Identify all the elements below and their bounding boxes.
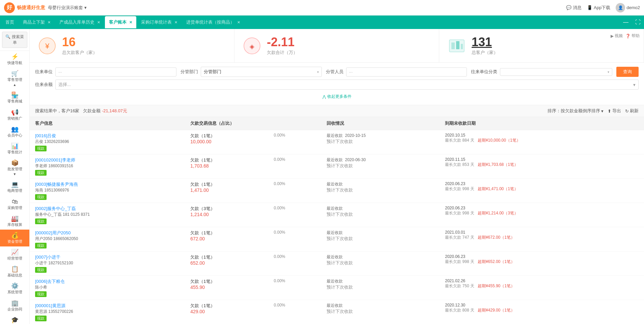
unit-cat-input[interactable]: ▾	[500, 68, 612, 76]
total-customers-info: 131 总客户（家）	[472, 36, 498, 56]
customer-phone-7: 黄思源 13552700226	[35, 309, 179, 315]
tab-import-close[interactable]: ✕	[237, 21, 240, 24]
overdue-amount-2[interactable]: 超期¥1,471.00（1笔）	[478, 186, 518, 191]
cell-expire-7: 2020.12.30 最长欠款 808 天 超期¥429.00（1笔）	[440, 300, 644, 324]
debt-amount-5[interactable]: 652.00	[190, 260, 263, 266]
sidebar-item-system[interactable]: ⚙️ 系统管理	[0, 280, 29, 297]
video-btn[interactable]: ▶ 视频	[611, 33, 623, 39]
customer-name-6[interactable]: [0006]去下粮仓	[35, 278, 179, 285]
table-header-row: 客户信息 欠款交易信息（占比） 回收情况 到期未收款日期	[30, 117, 644, 130]
tab-products-close[interactable]: ✕	[48, 21, 51, 24]
last-collect-label-0: 最近收款	[327, 133, 343, 138]
table-row: [0006]去下粮仓 陈小希 现款 欠款（1笔） 455.90 0.00% 最近…	[30, 276, 644, 300]
app-download-btn[interactable]: 📱 App下载	[587, 5, 610, 11]
cell-expire-5: 2020.06.23 最长欠款 998 天 超期¥652.00（1笔）	[440, 252, 644, 276]
sidebar-item-finance[interactable]: 💰 资金管理	[0, 230, 29, 246]
person-input[interactable]: ···	[346, 67, 467, 77]
overdue-amount-7[interactable]: 超期¥429.00（1笔）	[478, 308, 515, 313]
sort-arrow: ▾	[601, 109, 604, 114]
collapse-button[interactable]: ⋀ 收起更多条件	[35, 92, 639, 101]
col-debt-info: 欠款交易信息（占比）	[185, 117, 321, 130]
tab-customer-close[interactable]: ✕	[129, 21, 132, 24]
tab-production-close[interactable]: ✕	[97, 21, 100, 24]
sidebar-item-marketing[interactable]: 📢 营销推广	[0, 107, 29, 123]
overdue-amount-0[interactable]: 超期¥10,000.00（1笔）	[478, 138, 521, 143]
search-menu-btn[interactable]: 🔍 搜索菜单	[2, 32, 27, 48]
customer-name-2[interactable]: [0003]畅捷服务尹海燕	[35, 181, 179, 187]
cell-recovery-0: 最近收款 2020-10-15 预计下次收款	[321, 130, 440, 154]
debt-customers-number: 16	[62, 36, 97, 48]
debt-amount-4[interactable]: 672.00	[190, 236, 263, 241]
sidebar-item-retail-stats[interactable]: 📊 零售统计	[0, 140, 29, 157]
search-button[interactable]: 查询	[616, 67, 639, 77]
dept-input[interactable]: 分管部门 ▾	[201, 67, 322, 77]
cell-debt-count-4: 欠款（1笔） 672.00	[185, 227, 268, 252]
company-selector[interactable]: 母婴行业演示账套 ▾	[48, 5, 87, 11]
cell-debt-percent-1: 0.00%	[268, 154, 321, 179]
stat-actions: ▶ 视频 ❓ 帮助	[611, 33, 640, 39]
overdue-amount-3[interactable]: 超期¥1,214.00（3笔）	[478, 211, 518, 215]
person-label: 分管人员	[326, 69, 343, 75]
debt-amount-1[interactable]: 1,703.68	[190, 163, 263, 169]
dept-arrow: ▾	[317, 70, 319, 74]
source-unit-input[interactable]: ···	[55, 67, 176, 77]
debt-count-2: 欠款（1笔）	[190, 181, 263, 187]
sidebar-item-ecommerce[interactable]: 💻 电商管理	[0, 179, 29, 196]
sidebar-item-inventory[interactable]: 🏭 库存核算	[0, 213, 29, 230]
total-customers-number: 131	[472, 36, 498, 48]
tab-purchase-close[interactable]: ✕	[174, 21, 177, 24]
tab-customer[interactable]: 客户账本 ✕	[105, 16, 136, 28]
source-unit-label: 往来单位	[35, 69, 53, 75]
sidebar-item-member[interactable]: 👥 会员中心	[0, 123, 29, 140]
debt-amount-6[interactable]: 455.90	[190, 285, 263, 290]
export-btn[interactable]: ⬆ 导出	[608, 108, 621, 114]
customer-name-5[interactable]: [0007]小进干	[35, 254, 179, 260]
tab-production[interactable]: 产成品入库单历史 ✕	[55, 16, 104, 28]
tab-home[interactable]: 首页	[1, 16, 18, 28]
recovery-next-7: 预计下次收款	[327, 308, 434, 315]
tab-purchase[interactable]: 采购订单统计表 ✕	[137, 16, 181, 28]
sidebar-item-purchase[interactable]: 🛍 采购管理	[0, 196, 29, 213]
debt-count-1: 欠款（1笔）	[190, 157, 263, 163]
tab-maximize[interactable]: ⛶	[633, 19, 643, 25]
sidebar-item-guide[interactable]: 🎓 新手引导	[0, 314, 29, 324]
last-collect-label-3: 最近收款	[327, 206, 343, 211]
overdue-amount-6[interactable]: 超期¥455.90（1笔）	[478, 284, 515, 288]
balance-select[interactable]: 选择... ▾	[55, 80, 639, 90]
filter-group-source: 往来单位 ···	[35, 67, 176, 77]
debt-percent-7: 0.00%	[274, 303, 316, 307]
customer-name-4[interactable]: [000002]用户2050	[35, 230, 179, 236]
sidebar-item-quick-nav[interactable]: ⚡ 快捷导航	[0, 51, 29, 68]
sidebar-item-basic[interactable]: 📋 基础信息	[0, 263, 29, 280]
customer-name-3[interactable]: [0002]服务中心_丁磊	[35, 206, 179, 212]
overdue-amount-5[interactable]: 超期¥652.00（1笔）	[478, 259, 515, 264]
overdue-amount-1[interactable]: 超期¥1,703.68（1笔）	[478, 162, 518, 167]
unit-cat-arrow: ▾	[608, 70, 609, 74]
recovery-next-0: 预计下次收款	[327, 139, 434, 145]
batch-mgmt-arrow: ▼	[13, 172, 17, 176]
help-icon: ❓	[625, 34, 631, 38]
sort-selector[interactable]: 排序：按欠款金额倒序排序 ▾	[548, 108, 604, 114]
overdue-amount-4[interactable]: 超期¥672.00（1笔）	[478, 235, 515, 240]
sidebar-item-business[interactable]: 📈 经营管理	[0, 246, 29, 263]
debt-amount-2[interactable]: 1,471.00	[190, 187, 263, 193]
debt-amount-0[interactable]: 10,000.00	[190, 139, 263, 144]
customer-name-0[interactable]: [0016]吕俊	[35, 133, 179, 139]
inventory-icon: 🏭	[11, 215, 19, 222]
message-btn[interactable]: 💬 消息	[566, 5, 582, 11]
customer-name-7[interactable]: [000001]黄思源	[35, 303, 179, 309]
debt-amount-7[interactable]: 429.00	[190, 309, 263, 314]
recovery-next-4: 预计下次收款	[327, 236, 434, 242]
sidebar-item-retail-store[interactable]: 🏪 零售商城	[0, 89, 29, 106]
sidebar-item-batch-mgmt[interactable]: 📦 批发管理 ▼	[0, 157, 29, 179]
sidebar-item-enterprise[interactable]: 🏢 企业协同	[0, 297, 29, 314]
customer-name-1[interactable]: [0001020001]李老师	[35, 157, 179, 163]
tab-minimize[interactable]: —	[621, 19, 631, 25]
refresh-btn[interactable]: ↻ 刷新	[625, 108, 639, 114]
tab-products[interactable]: 商品上下架 ✕	[19, 16, 55, 28]
user-info[interactable]: 👤 demo2	[616, 3, 640, 12]
help-btn[interactable]: ❓ 帮助	[625, 33, 640, 39]
tab-import[interactable]: 进货单统计表（按商品） ✕	[182, 16, 244, 28]
debt-amount-3[interactable]: 1,214.00	[190, 212, 263, 217]
sidebar-item-retail-mgmt[interactable]: 🛒 零售管理 ▲	[0, 68, 29, 89]
